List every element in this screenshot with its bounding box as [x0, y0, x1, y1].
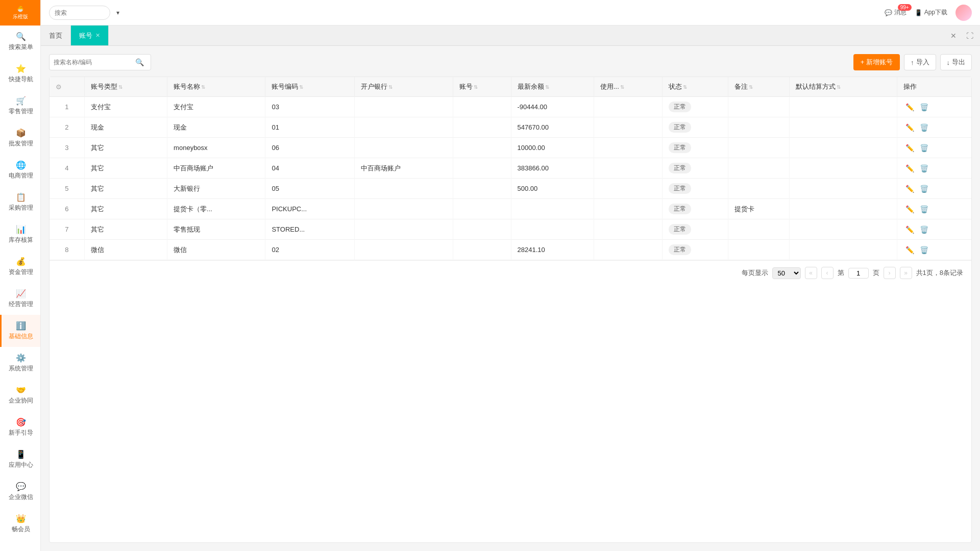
page-number-input[interactable]: [848, 268, 869, 279]
sidebar-item-ecommerce[interactable]: 🌐 电商管理: [0, 154, 40, 186]
row-balance: 383866.00: [511, 158, 594, 179]
row-actions: ✏️ 🗑️: [897, 158, 971, 179]
page-prev-button[interactable]: ‹: [821, 267, 834, 279]
page-next-button[interactable]: ›: [884, 267, 896, 279]
delete-button[interactable]: 🗑️: [918, 102, 930, 112]
delete-button[interactable]: 🗑️: [918, 245, 930, 255]
sidebar-item-wholesale[interactable]: 📦 批发管理: [0, 122, 40, 154]
home-tab-label: 首页: [49, 31, 62, 40]
sidebar-item-basic-info[interactable]: ℹ️ 基础信息: [0, 315, 40, 347]
sidebar-item-operations[interactable]: 📈 经营管理: [0, 283, 40, 315]
page-summary: 共1页，8条记录: [916, 268, 963, 278]
sidebar-item-quick-nav[interactable]: ⭐ 快捷导航: [0, 58, 40, 90]
export-button[interactable]: ↓ 导出: [940, 54, 972, 70]
col-usage[interactable]: 使用...⇅: [594, 77, 662, 97]
topbar-search-input[interactable]: [49, 6, 110, 20]
operations-icon: 📈: [16, 289, 26, 298]
sidebar-item-app-center[interactable]: 📱 应用中心: [0, 443, 40, 475]
table-row: 5 其它 大新银行 05 500.00 正常 ✏️ 🗑️: [50, 179, 971, 199]
edit-button[interactable]: ✏️: [903, 102, 916, 112]
add-account-button[interactable]: + 新增账号: [853, 54, 900, 70]
sidebar-item-retail[interactable]: 🛒 零售管理: [0, 90, 40, 122]
sort-status-icon: ⇅: [683, 84, 687, 90]
search-icon[interactable]: 🔍: [135, 58, 144, 66]
account-tab-close[interactable]: ✕: [95, 32, 100, 39]
row-usage: [594, 240, 662, 260]
sidebar-item-member[interactable]: 👑 畅会员: [0, 508, 40, 540]
export-label: 导出: [952, 58, 965, 67]
col-account[interactable]: 账号⇅: [453, 77, 511, 97]
account-search-input[interactable]: [54, 59, 135, 66]
sidebar-item-label: 库存核算: [9, 236, 33, 244]
delete-button[interactable]: 🗑️: [918, 204, 930, 214]
sidebar-item-enterprise-wechat[interactable]: 💬 企业微信: [0, 475, 40, 508]
topbar-left: ▾: [49, 6, 119, 20]
edit-button[interactable]: ✏️: [903, 204, 916, 214]
tab-expand-button[interactable]: ⛶: [964, 30, 976, 42]
tab-account[interactable]: 账号 ✕: [71, 26, 109, 45]
sidebar-item-purchase[interactable]: 📋 采购管理: [0, 186, 40, 218]
sidebar-item-finance[interactable]: 💰 资金管理: [0, 251, 40, 283]
sidebar-item-search-menu[interactable]: 🔍 搜索菜单: [0, 26, 40, 58]
sidebar-item-inventory[interactable]: 📊 库存核算: [0, 218, 40, 251]
page-first-button[interactable]: «: [805, 267, 817, 279]
col-bank[interactable]: 开户银行⇅: [355, 77, 453, 97]
row-type: 其它: [84, 138, 167, 158]
row-name: 微信: [167, 240, 265, 260]
page-last-button[interactable]: »: [900, 267, 912, 279]
delete-button[interactable]: 🗑️: [918, 163, 930, 173]
row-code: 02: [265, 240, 355, 260]
table-row: 1 支付宝 支付宝 03 -90444.00 正常 ✏️ 🗑️: [50, 97, 971, 117]
app-icon: 📱: [915, 9, 922, 16]
row-account: [453, 138, 511, 158]
edit-button[interactable]: ✏️: [903, 163, 916, 173]
delete-button[interactable]: 🗑️: [918, 224, 930, 235]
topbar-dropdown[interactable]: ▾: [116, 9, 119, 16]
avatar[interactable]: [955, 5, 972, 21]
col-type[interactable]: 账号类型⇅: [84, 77, 167, 97]
tab-close-all-button[interactable]: ✕: [947, 30, 960, 42]
enterprise-wechat-icon: 💬: [16, 482, 26, 491]
delete-button[interactable]: 🗑️: [918, 143, 930, 153]
row-account: [453, 240, 511, 260]
page-size-select[interactable]: 50 100 200: [772, 267, 801, 279]
col-remark[interactable]: 备注⇅: [728, 77, 789, 97]
new-guide-icon: 🎯: [16, 417, 26, 427]
sidebar-item-system[interactable]: ⚙️ 系统管理: [0, 347, 40, 379]
sidebar-item-label: 经营管理: [9, 300, 33, 309]
sort-name-icon: ⇅: [201, 84, 205, 90]
edit-button[interactable]: ✏️: [903, 224, 916, 235]
message-button[interactable]: 💬 消息 99+: [885, 8, 906, 17]
sort-usage-icon: ⇅: [620, 84, 624, 90]
retail-icon: 🛒: [16, 96, 26, 106]
tab-home[interactable]: 首页: [41, 26, 71, 45]
topbar-right: 💬 消息 99+ 📱 App下载: [885, 5, 972, 21]
col-code[interactable]: 账号编码⇅: [265, 77, 355, 97]
sidebar-item-new-guide[interactable]: 🎯 新手引导: [0, 411, 40, 443]
col-status[interactable]: 状态⇅: [663, 77, 728, 97]
col-name[interactable]: 账号名称⇅: [167, 77, 265, 97]
row-bank: [355, 138, 453, 158]
chevron-down-icon: ▾: [116, 9, 119, 16]
message-icon: 💬: [885, 9, 892, 16]
col-balance[interactable]: 最新余额⇅: [511, 77, 594, 97]
col-settlement[interactable]: 默认结算方式⇅: [789, 77, 897, 97]
edit-button[interactable]: ✏️: [903, 245, 916, 255]
app-download-button[interactable]: 📱 App下载: [915, 8, 947, 17]
delete-button[interactable]: 🗑️: [918, 184, 930, 194]
import-button[interactable]: ↑ 导入: [904, 54, 936, 70]
edit-button[interactable]: ✏️: [903, 143, 916, 153]
sidebar-item-label: 快捷导航: [9, 75, 33, 84]
sidebar-item-enterprise-agreement[interactable]: 🤝 企业协同: [0, 379, 40, 411]
row-bank: [355, 240, 453, 260]
row-code: 04: [265, 158, 355, 179]
edit-button[interactable]: ✏️: [903, 184, 916, 194]
app-download-label: App下载: [924, 8, 947, 17]
col-settings[interactable]: ⚙: [50, 77, 84, 97]
edit-button[interactable]: ✏️: [903, 122, 916, 133]
row-usage: [594, 97, 662, 117]
row-code: 06: [265, 138, 355, 158]
row-usage: [594, 158, 662, 179]
delete-button[interactable]: 🗑️: [918, 122, 930, 133]
row-code: STORED...: [265, 219, 355, 240]
